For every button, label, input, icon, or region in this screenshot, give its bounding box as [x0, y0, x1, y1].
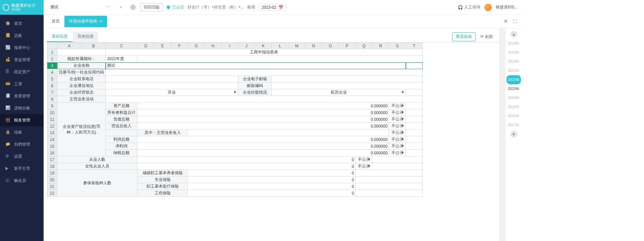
year-2021年[interactable]: 2021年: [506, 66, 521, 75]
sidebar-item-label: 固定资产: [14, 69, 30, 75]
year-2022年[interactable]: 2022年: [506, 75, 521, 84]
year-2020年[interactable]: 2020年: [506, 57, 521, 66]
sidebar-item-7[interactable]: 📊进销台账: [0, 102, 44, 114]
sidebar-item-label: 总账: [14, 33, 22, 39]
period-label: 账期: [247, 4, 255, 10]
refresh-icon: ⟳: [480, 34, 484, 39]
nav-icon: 🧮: [5, 117, 11, 123]
sidebar-item-label: 首页: [14, 21, 22, 27]
nav-icon: 🏠: [5, 21, 11, 26]
sidebar-item-label: 结账: [14, 130, 22, 135]
sidebar-item-1[interactable]: 📒总账: [0, 30, 44, 42]
year-2018年[interactable]: 2018年: [506, 39, 521, 48]
calendar-icon: 📅: [278, 5, 283, 10]
topbar: 测试 ﹀ ＋ 切回旧版 已认证 好会计（专）+好生意（标）+... 账期 202…: [44, 0, 522, 15]
sub-tab-0[interactable]: 基础信息: [47, 32, 73, 42]
support-link[interactable]: 🎧 人工咨询: [458, 4, 480, 10]
sidebar-item-label: 新手引导: [14, 166, 30, 172]
headset-icon: 🎧: [458, 5, 463, 10]
nav-icon: 💰: [5, 57, 11, 62]
fullscreen-icon[interactable]: ⛶: [511, 19, 519, 24]
nav-icon: ▶: [5, 166, 11, 171]
nav-icon: ⚙: [5, 154, 11, 159]
sidebar-item-label: 畅会员: [14, 178, 26, 184]
nav-icon: 📁: [5, 142, 11, 147]
company-name: 测试: [50, 4, 58, 10]
sidebar-item-5[interactable]: 💳工资: [0, 78, 44, 90]
user-name: 畅捷通B组...: [496, 4, 518, 10]
svg-point-0: [132, 7, 133, 8]
avatar[interactable]: [484, 4, 492, 11]
nav-icon: 📒: [5, 33, 11, 38]
company-select[interactable]: 测试 ﹀: [48, 3, 113, 12]
gear-icon[interactable]: [128, 3, 137, 12]
sub-tab-1[interactable]: 其他信息: [73, 32, 99, 42]
reset-report-button[interactable]: 重置报表: [452, 32, 476, 41]
sidebar-item-13[interactable]: Ⓥ畅会员: [0, 175, 44, 187]
plan-text: 好会计（专）+好生意（标）+...: [187, 4, 244, 10]
sidebar-item-4[interactable]: 🗄固定资产: [0, 66, 44, 78]
nav-icon: 🔒: [5, 130, 11, 135]
close-tab-icon[interactable]: ✕: [501, 18, 511, 25]
sidebar-item-8[interactable]: 🧮税务管理: [0, 114, 44, 126]
add-icon[interactable]: ＋: [116, 3, 125, 12]
nav-icon: 🗄: [5, 69, 11, 75]
year-up-icon[interactable]: ▲: [511, 31, 517, 38]
period-select[interactable]: 2023-02 📅: [259, 4, 286, 11]
refresh-button[interactable]: ⟳ 刷新: [480, 34, 493, 40]
verified-badge: 已认证: [166, 4, 184, 10]
spreadsheet[interactable]: ABCDEFGHIJKLMNOPQRST1工商年报信息表2税款所属期间：2022…: [47, 42, 500, 241]
page-tab-1[interactable]: 年报信息申报表✕: [64, 16, 107, 27]
brand-edition: 专业版: [11, 8, 36, 11]
sidebar-item-9[interactable]: 🔒结账: [0, 126, 44, 138]
year-2023年[interactable]: 2023年: [506, 84, 521, 93]
sidebar-item-6[interactable]: 🧾发票管理: [0, 90, 44, 102]
scrollbar-vertical[interactable]: [500, 28, 505, 241]
sidebar-item-2[interactable]: 📈报表中心: [0, 42, 44, 54]
nav-icon: 📈: [5, 45, 11, 50]
sidebar: 畅捷通好会计 专业版 🏠首页📒总账📈报表中心💰资金管理🗄固定资产💳工资🧾发票管理…: [0, 0, 44, 241]
sidebar-item-label: 设置: [14, 154, 22, 159]
year-2024年[interactable]: 2024年: [506, 93, 521, 102]
sidebar-item-10[interactable]: 📁归档管理: [0, 138, 44, 150]
sidebar-item-label: 税务管理: [14, 117, 30, 123]
sidebar-item-11[interactable]: ⚙设置: [0, 150, 44, 162]
year-2025年[interactable]: 2025年: [506, 102, 521, 111]
year-2026年[interactable]: 2026年: [506, 111, 521, 120]
nav-icon: 🧾: [5, 93, 11, 99]
nav-icon: 💳: [5, 81, 11, 87]
sidebar-item-label: 资金管理: [14, 57, 30, 63]
sidebar-item-label: 发票管理: [14, 93, 30, 99]
logo: 畅捷通好会计 专业版: [0, 0, 44, 15]
shield-icon: [166, 5, 171, 10]
year-down-icon[interactable]: ▼: [511, 131, 517, 138]
switch-old-button[interactable]: 切回旧版: [141, 3, 163, 11]
nav-icon: Ⓥ: [5, 178, 11, 183]
sidebar-item-0[interactable]: 🏠首页: [0, 17, 44, 30]
year-2027年[interactable]: 2027年: [506, 120, 521, 130]
sidebar-item-label: 报表中心: [14, 45, 30, 51]
sidebar-item-label: 工资: [14, 81, 22, 87]
page-tab-0[interactable]: 首页: [47, 15, 64, 28]
brand-name: 畅捷通好会计: [11, 3, 36, 8]
sidebar-item-label: 进销台账: [14, 105, 30, 111]
page-tabs: 首页年报信息申报表✕ ✕ ⛶: [44, 15, 522, 28]
sidebar-item-3[interactable]: 💰资金管理: [0, 54, 44, 66]
sidebar-item-12[interactable]: ▶新手引导: [0, 162, 44, 175]
logo-icon: [3, 4, 9, 11]
tab-close-icon[interactable]: ✕: [99, 19, 102, 23]
chevron-down-icon: ﹀: [106, 4, 110, 10]
nav-icon: 📊: [5, 105, 11, 111]
sidebar-item-label: 归档管理: [14, 142, 30, 147]
year-rail: ▲ 2018年2019年2020年2021年2022年2023年2024年202…: [505, 28, 522, 241]
year-2019年[interactable]: 2019年: [506, 48, 521, 57]
